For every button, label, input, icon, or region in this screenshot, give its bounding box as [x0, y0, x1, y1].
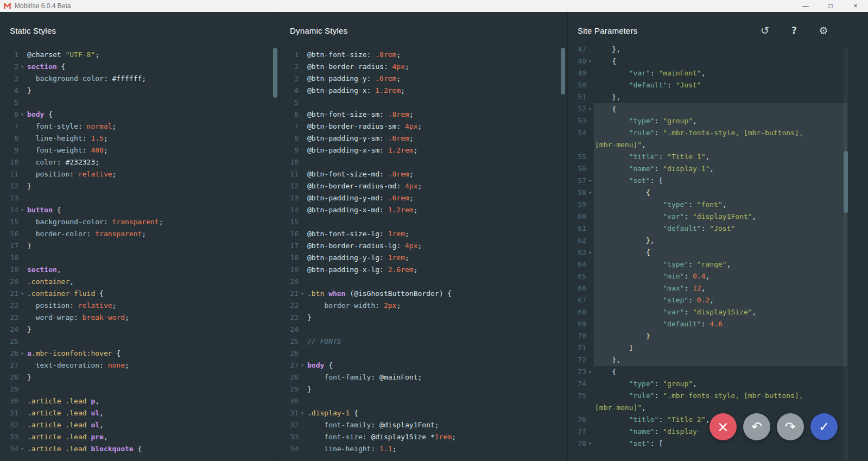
- fold-arrow-icon[interactable]: ▾: [18, 348, 26, 359]
- code-line[interactable]: 1@charset "UTF-8";: [0, 49, 280, 61]
- code-line[interactable]: 11 position: relative;: [0, 168, 280, 180]
- code-line[interactable]: 15: [280, 216, 567, 228]
- code-line[interactable]: 47 },: [568, 43, 847, 55]
- code-line[interactable]: 73▾ {: [568, 366, 847, 378]
- code-line[interactable]: 74 "type": "group",: [568, 378, 847, 390]
- code-line[interactable]: 27 text-decoration: none;: [0, 359, 280, 371]
- code-line[interactable]: 26▾a.mbr-iconfont:hover {: [0, 348, 280, 359]
- dynamic-styles-editor[interactable]: 1@btn-font-size: .8rem;2@btn-border-radi…: [280, 49, 567, 461]
- static-styles-scrollbar[interactable]: [273, 48, 277, 98]
- code-line[interactable]: 23 word-wrap: break-word;: [0, 312, 280, 324]
- code-line[interactable]: 22 position: relative;: [0, 300, 280, 312]
- code-line[interactable]: 29: [0, 383, 280, 395]
- code-line[interactable]: 15 background-color: transparent;: [0, 216, 280, 228]
- code-line[interactable]: 2▾section {: [0, 61, 280, 73]
- code-line[interactable]: 17}: [0, 240, 280, 252]
- code-line[interactable]: 10 color: #232323;: [0, 156, 280, 168]
- code-line[interactable]: 28}: [0, 371, 280, 383]
- site-parameters-scrollbar-track[interactable]: [844, 49, 848, 461]
- code-line[interactable]: 12}: [0, 180, 280, 192]
- code-line[interactable]: 7 font-style: normal;: [0, 121, 280, 132]
- code-line[interactable]: 21▾.container-fluid {: [0, 288, 280, 300]
- code-line[interactable]: 75 "rule": ".mbr-fonts-style, [mbr-butto…: [568, 390, 847, 402]
- code-line[interactable]: 61 "default": "Jost": [568, 223, 847, 235]
- code-line[interactable]: 63▾ {: [568, 247, 847, 258]
- fold-arrow-icon[interactable]: ▾: [586, 187, 594, 199]
- code-line[interactable]: 30.article .lead p,: [0, 395, 280, 407]
- code-line[interactable]: 62 },: [568, 235, 847, 247]
- code-line[interactable]: 64 "type": "range",: [568, 258, 847, 270]
- history-icon[interactable]: ↺: [758, 24, 771, 36]
- code-line[interactable]: 8@btn-padding-y-sm: .6rem;: [280, 132, 567, 144]
- code-line[interactable]: 67 "step": 0.2,: [568, 294, 847, 306]
- code-line[interactable]: 48▾ {: [568, 55, 847, 67]
- settings-gear-icon[interactable]: ⚙: [817, 24, 830, 36]
- close-icon[interactable]: ×: [843, 0, 868, 12]
- code-line[interactable]: 29}: [280, 383, 567, 395]
- code-line[interactable]: 55 "title": "Title 1",: [568, 151, 847, 163]
- code-line[interactable]: 16@btn-font-size-lg: 1rem;: [280, 228, 567, 240]
- code-line[interactable]: 19@btn-padding-x-lg: 2.6rem;: [280, 264, 567, 276]
- code-line[interactable]: 25: [0, 336, 280, 348]
- code-line[interactable]: 33 font-size: @display1Size *1rem;: [280, 431, 567, 443]
- code-line[interactable]: 22 border-width: 2px;: [280, 300, 567, 312]
- undo-button[interactable]: ↶: [743, 413, 770, 440]
- help-icon[interactable]: ?: [788, 25, 801, 36]
- code-line[interactable]: 20.container,: [0, 276, 280, 288]
- site-parameters-editor[interactable]: 47 },48▾ {49 "var": "mainFont",50 "defau…: [568, 43, 847, 456]
- code-line[interactable]: 34▾.article .lead blockquote {: [0, 443, 280, 455]
- fold-arrow-icon[interactable]: ▾: [586, 247, 594, 258]
- code-line[interactable]: 72 },: [568, 354, 847, 366]
- code-line[interactable]: 27▾body {: [280, 359, 567, 371]
- code-line[interactable]: 6@btn-font-size-sm: .8rem;: [280, 109, 567, 121]
- fold-arrow-icon[interactable]: ▾: [586, 55, 594, 67]
- fold-arrow-icon[interactable]: ▾: [586, 175, 594, 187]
- code-line[interactable]: 59 "type": "font",: [568, 199, 847, 211]
- code-line[interactable]: 23}: [280, 312, 567, 324]
- code-line[interactable]: 7@btn-border-radius-sm: 4px;: [280, 121, 567, 132]
- code-line[interactable]: 54 "rule": ".mbr-fonts-style, [mbr-butto…: [568, 127, 847, 139]
- code-line[interactable]: 60 "var": "display1Font",: [568, 211, 847, 223]
- code-line[interactable]: 31▾.display-1 {: [280, 407, 567, 419]
- code-line[interactable]: 71 ]: [568, 342, 847, 354]
- code-line[interactable]: 6▾body {: [0, 109, 280, 121]
- code-line[interactable]: 11@btn-font-size-md: .8rem;: [280, 168, 567, 180]
- code-line[interactable]: 26: [280, 348, 567, 359]
- code-line[interactable]: 57▾ "set": [: [568, 175, 847, 187]
- fold-arrow-icon[interactable]: ▾: [299, 288, 306, 300]
- code-line[interactable]: 32 font-family: @display1Font;: [280, 419, 567, 431]
- fold-arrow-icon[interactable]: ▾: [18, 204, 26, 216]
- fold-arrow-icon[interactable]: ▾: [18, 109, 26, 121]
- code-line[interactable]: 28 font-family: @mainFont;: [280, 371, 567, 383]
- code-line[interactable]: 66 "max": 12,: [568, 282, 847, 294]
- fold-arrow-icon[interactable]: ▾: [299, 407, 306, 419]
- code-line[interactable]: 13@btn-padding-y-md: .6rem;: [280, 192, 567, 204]
- code-line[interactable]: 10: [280, 156, 567, 168]
- code-line[interactable]: 19section,: [0, 264, 280, 276]
- fold-arrow-icon[interactable]: ▾: [18, 443, 26, 455]
- fold-arrow-icon[interactable]: ▾: [18, 61, 26, 73]
- code-line[interactable]: 68 "var": "display1Size",: [568, 306, 847, 318]
- code-line[interactable]: 32.article .lead ol,: [0, 419, 280, 431]
- code-line[interactable]: 30: [280, 395, 567, 407]
- confirm-button[interactable]: ✓: [810, 413, 838, 440]
- code-line[interactable]: 58▾ {: [568, 187, 847, 199]
- code-line[interactable]: 17@btn-border-radius-lg: 4px;: [280, 240, 567, 252]
- code-line[interactable]: 34 line-height: 1.1;: [280, 443, 567, 455]
- code-line[interactable]: 51 },: [568, 91, 847, 103]
- static-styles-editor[interactable]: 1@charset "UTF-8";2▾section {3 backgroun…: [0, 49, 280, 461]
- fold-arrow-icon[interactable]: ▾: [586, 366, 594, 378]
- code-line[interactable]: 9@btn-padding-x-sm: 1.2rem;: [280, 144, 567, 156]
- dynamic-styles-scrollbar[interactable]: [561, 48, 565, 94]
- redo-button[interactable]: ↷: [777, 413, 804, 440]
- code-line[interactable]: 50 "default": "Jost": [568, 79, 847, 91]
- code-line[interactable]: 5: [0, 97, 280, 109]
- code-line[interactable]: 18@btn-padding-y-lg: 1rem;: [280, 252, 567, 264]
- code-line[interactable]: 53 "type": "group",: [568, 115, 847, 127]
- fold-arrow-icon[interactable]: ▾: [586, 438, 594, 450]
- code-line[interactable]: 14▾button {: [0, 204, 280, 216]
- code-line[interactable]: 52▾ {: [568, 103, 847, 115]
- maximize-icon[interactable]: □: [818, 0, 843, 12]
- minimize-icon[interactable]: —: [793, 0, 818, 12]
- code-line[interactable]: 9 font-weight: 400;: [0, 144, 280, 156]
